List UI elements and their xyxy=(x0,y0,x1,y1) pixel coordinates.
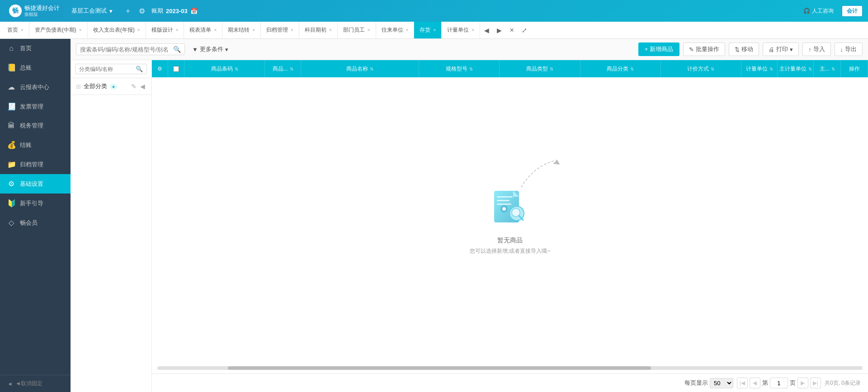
th-price[interactable]: 计价方式 ⇅ xyxy=(661,60,741,77)
calendar-icon[interactable]: 📅 xyxy=(190,8,198,14)
tab-unit-close[interactable]: × xyxy=(472,28,474,33)
th-checkbox[interactable] xyxy=(168,60,184,77)
th-main-unit-label: 主计量单位 xyxy=(779,65,807,73)
settings-button[interactable]: ⚙ xyxy=(137,5,147,17)
add-tab-button[interactable]: ＋ xyxy=(123,5,133,18)
tab-close-all-button[interactable]: × xyxy=(505,22,518,39)
th-extra[interactable]: 主... ⇅ xyxy=(814,60,841,77)
batch-button[interactable]: ✎ 批量操作 xyxy=(683,43,725,56)
toolbar-buttons: + 新增商品 ✎ 批量操作 ⇅ 移动 🖨 打印 ▾ ↑ 导入 xyxy=(638,43,863,56)
last-page-button[interactable]: ▶| xyxy=(810,378,821,388)
tab-subject[interactable]: 科目期初 × xyxy=(299,22,338,39)
tab-balance-label: 资产负债表(中期) xyxy=(35,26,76,34)
category-search-input[interactable] xyxy=(79,66,134,72)
svg-marker-0 xyxy=(553,160,560,165)
tab-unit[interactable]: 计量单位 × xyxy=(442,22,480,39)
tab-income-close[interactable]: × xyxy=(137,28,140,33)
th-category[interactable]: 商品分类 ⇅ xyxy=(580,60,661,77)
left-panel: 🔍 ⊞ 全部分类 ● ✎ ◀ xyxy=(71,60,152,392)
tab-period-close[interactable]: × xyxy=(252,28,255,33)
collapse-panel-button[interactable]: ◀ xyxy=(139,82,146,91)
tab-next-button[interactable]: ▶ xyxy=(493,22,505,39)
tab-vendor[interactable]: 往来单位 × xyxy=(376,22,415,39)
tab-archive-close[interactable]: × xyxy=(291,28,293,33)
select-all-checkbox[interactable] xyxy=(173,66,179,72)
unpin-icon: ◄ xyxy=(7,381,13,387)
sidebar-item-ledger[interactable]: 📒 总账 xyxy=(0,58,71,77)
tab-income[interactable]: 收入支出表(年报) × xyxy=(88,22,146,39)
company-selector[interactable]: 基层工会测试 ▾ xyxy=(68,5,116,17)
edit-category-button[interactable]: ✎ xyxy=(130,82,137,91)
tab-dept-label: 部门员工 xyxy=(343,26,365,34)
sidebar-item-home[interactable]: ⌂ 首页 xyxy=(0,39,71,58)
horizontal-scrollbar[interactable] xyxy=(157,366,863,370)
import-button[interactable]: ↑ 导入 xyxy=(802,43,831,56)
tab-expand-button[interactable]: ⤢ xyxy=(518,22,531,39)
prev-page-button[interactable]: ◀ xyxy=(750,378,760,388)
empty-state: 暂无商品 您可以选择新增,或者直接导入哦~ xyxy=(152,77,868,364)
export-button[interactable]: ↓ 导出 xyxy=(835,43,863,56)
th-price-label: 计价方式 xyxy=(687,65,709,73)
th-unit[interactable]: 计量单位 ⇅ xyxy=(741,60,778,77)
sidebar-item-archive[interactable]: 📁 归档管理 xyxy=(0,155,71,174)
sort-category-icon: ⇅ xyxy=(630,66,634,71)
logo-area[interactable]: 畅 畅捷通好会计 旗舰版 xyxy=(5,3,63,19)
service-button[interactable]: 🎧 人工咨询 xyxy=(800,6,837,16)
main-search-input[interactable] xyxy=(80,46,170,53)
th-code[interactable]: 商品... ⇅ xyxy=(265,60,301,77)
sidebar-item-tax[interactable]: 🏛 税务管理 xyxy=(0,116,71,135)
tab-dept[interactable]: 部门员工 × xyxy=(338,22,376,39)
page-navigation: |◀ ◀ 第 页 ▶ ▶| xyxy=(737,378,821,388)
th-spec[interactable]: 规格型号 ⇅ xyxy=(419,60,500,77)
sidebar-item-guide[interactable]: 🔰 新手引导 xyxy=(0,194,71,213)
left-panel-header: ⊞ 全部分类 ● ✎ ◀ xyxy=(71,78,151,95)
th-name[interactable]: 商品名称 ⇅ xyxy=(301,60,419,77)
sidebar-item-member[interactable]: ◇ 畅会员 xyxy=(0,213,71,232)
tab-template-close[interactable]: × xyxy=(176,28,179,33)
th-barcode[interactable]: 商品条码 ⇅ xyxy=(184,60,265,77)
move-button[interactable]: ⇅ 移动 xyxy=(729,43,759,56)
tab-inventory-close[interactable]: × xyxy=(433,28,436,33)
tab-subject-close[interactable]: × xyxy=(329,28,332,33)
kuaiji-badge[interactable]: 会计 xyxy=(842,5,863,17)
tab-balance[interactable]: 资产负债表(中期) × xyxy=(29,22,88,39)
tab-home-label: 首页 xyxy=(7,26,18,34)
tab-prev-button[interactable]: ◀ xyxy=(480,22,493,39)
body-area: 🔍 ⊞ 全部分类 ● ✎ ◀ xyxy=(71,60,868,392)
filter-button[interactable]: ▼ 更多条件 ▾ xyxy=(189,43,232,55)
category-search-icon[interactable]: 🔍 xyxy=(136,66,143,72)
tab-balance-close[interactable]: × xyxy=(79,28,82,33)
tab-dept-close[interactable]: × xyxy=(368,28,370,33)
empty-illustration xyxy=(490,187,530,229)
sidebar-item-invoice[interactable]: 🧾 发票管理 xyxy=(0,97,71,116)
page-number-input[interactable] xyxy=(770,378,788,388)
scroll-thumb[interactable] xyxy=(228,366,651,370)
tab-inventory[interactable]: 存货 × xyxy=(414,22,442,39)
sidebar-unpin-button[interactable]: ◄ ◄取消固定 xyxy=(0,375,71,392)
sidebar-item-settings[interactable]: ⚙ 基础设置 xyxy=(0,174,71,194)
sidebar-label-archive: 归档管理 xyxy=(20,161,43,169)
sidebar-item-reports[interactable]: ☁ 云报表中心 xyxy=(0,77,71,97)
tab-archive[interactable]: 归档管理 × xyxy=(261,22,299,39)
tab-period[interactable]: 期末结转 × xyxy=(222,22,261,39)
print-button[interactable]: 🖨 打印 ▾ xyxy=(763,43,799,56)
tab-tax-close[interactable]: × xyxy=(214,28,217,33)
tab-template[interactable]: 模版设计 × xyxy=(146,22,184,39)
sidebar-nav: ⌂ 首页 📒 总账 ☁ 云报表中心 🧾 发票管理 🏛 税务管理 💰 结账 xyxy=(0,39,71,375)
th-settings[interactable]: ⚙ xyxy=(152,60,168,77)
sidebar-item-settle[interactable]: 💰 结账 xyxy=(0,135,71,155)
next-page-button[interactable]: ▶ xyxy=(797,378,808,388)
sort-name-icon: ⇅ xyxy=(370,66,373,71)
tab-tax[interactable]: 税表清单 × xyxy=(184,22,222,39)
settle-icon: 💰 xyxy=(7,141,15,149)
th-type[interactable]: 商品类型 ⇅ xyxy=(500,60,580,77)
tab-home-close[interactable]: × xyxy=(21,28,24,33)
add-product-button[interactable]: + 新增商品 xyxy=(638,43,679,56)
first-page-button[interactable]: |◀ xyxy=(737,378,748,388)
tab-vendor-close[interactable]: × xyxy=(406,28,409,33)
tab-home[interactable]: 首页 × xyxy=(2,22,29,39)
main-search-icon[interactable]: 🔍 xyxy=(173,46,181,53)
svg-rect-2 xyxy=(497,196,513,198)
th-main-unit[interactable]: 主计量单位 ⇅ xyxy=(778,60,814,77)
page-size-select[interactable]: 10 20 50 100 xyxy=(710,378,733,388)
